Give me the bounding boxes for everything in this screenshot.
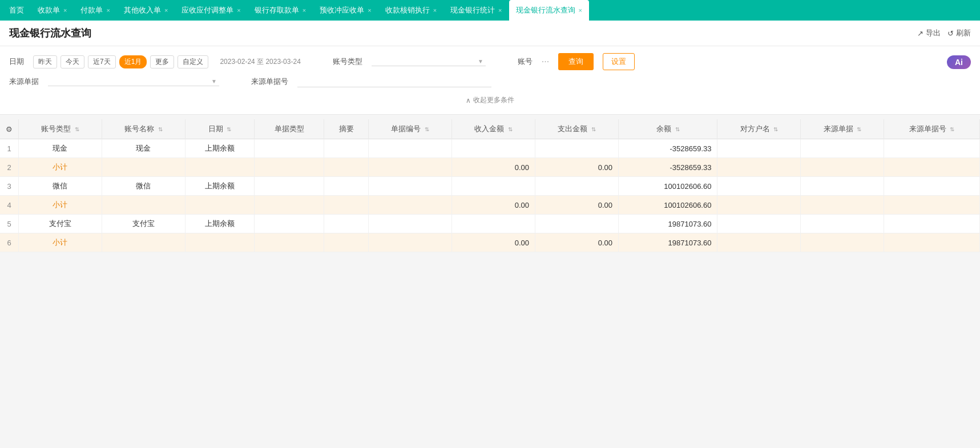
table-gear-col[interactable]: ⚙ [0,119,19,139]
page-title: 现金银行流水查询 [9,26,91,40]
chevron-down-icon: ▼ [211,78,217,84]
chevron-down-icon: ▼ [478,58,483,64]
table-row[interactable]: 2小计0.000.00-3528659.33 [0,158,980,177]
filter-area: 日期 昨天 今天 近7天 近1月 更多 自定义 2023-02-24 至 202… [0,46,980,115]
source-doc-num-input[interactable] [297,76,491,87]
col-account-name[interactable]: 账号名称 ⇅ [102,119,185,139]
nav-receipt[interactable]: 收款单 × [31,0,74,21]
col-source-doc[interactable]: 来源单据 ⇅ [801,119,884,139]
nav-payment[interactable]: 付款单 × [74,0,116,21]
export-icon: ↗ [917,29,923,38]
close-icon[interactable]: × [498,7,502,14]
refresh-icon: ↺ [947,29,954,38]
nav-receipt-execute[interactable]: 收款核销执行 × [378,0,443,21]
col-counterpart[interactable]: 对方户名 ⇅ [717,119,801,139]
page-header: 现金银行流水查询 ↗ 导出 ↺ 刷新 [0,21,980,46]
date-btn-today[interactable]: 今天 [61,55,84,68]
filter-row-date: 日期 昨天 今天 近7天 近1月 更多 自定义 2023-02-24 至 202… [9,53,971,70]
close-icon[interactable]: × [303,7,306,14]
close-icon[interactable]: × [164,7,168,14]
data-table: ⚙ 账号类型 ⇅ 账号名称 ⇅ 日期 ⇅ 单据类型 摘要 单据编号 ⇅ 收入金额… [0,119,980,252]
source-doc-select[interactable]: ▼ [48,77,219,86]
col-account-type[interactable]: 账号类型 ⇅ [19,119,102,139]
nav-cash-bank-flow[interactable]: 现金银行流水查询 × [509,0,589,21]
col-doc-num[interactable]: 单据编号 ⇅ [369,119,452,139]
ai-badge[interactable]: Ai [947,55,971,69]
account-type-select[interactable]: ▼ [372,57,486,66]
source-doc-label: 来源单据 [9,76,39,87]
header-actions: ↗ 导出 ↺ 刷新 [917,28,971,38]
nav-home[interactable]: 首页 [2,0,31,21]
col-source-doc-num[interactable]: 来源单据号 ⇅ [884,119,980,139]
account-type-label: 账号类型 [333,56,362,67]
nav-other-income[interactable]: 其他收入单 × [117,0,175,21]
date-btn-7days[interactable]: 近7天 [88,55,116,68]
table-row[interactable]: 4小计0.000.00100102606.60 [0,196,980,215]
query-button[interactable]: 查询 [558,53,594,70]
col-doc-type[interactable]: 单据类型 [255,119,324,139]
close-icon[interactable]: × [237,7,240,14]
nav-ar-ap-adjust[interactable]: 应收应付调整单 × [175,0,247,21]
nav-advance-offset[interactable]: 预收冲应收单 × [313,0,378,21]
table-row[interactable]: 3微信微信上期余额100102606.60 [0,177,980,196]
table-row[interactable]: 5支付宝支付宝上期余额19871073.60 [0,215,980,233]
date-btn-1month[interactable]: 近1月 [119,55,147,68]
collapse-bar[interactable]: ∧ 收起更多条件 [9,93,971,107]
refresh-button[interactable]: ↺ 刷新 [947,28,971,38]
date-btn-yesterday[interactable]: 昨天 [33,55,57,68]
nav-cash-bank-stats[interactable]: 现金银行统计 × [443,0,509,21]
nav-bank-deposit[interactable]: 银行存取款单 × [248,0,313,21]
table-area: ⚙ 账号类型 ⇅ 账号名称 ⇅ 日期 ⇅ 单据类型 摘要 单据编号 ⇅ 收入金额… [0,119,980,252]
filter-row-source: 来源单据 ▼ 来源单据号 [9,76,971,87]
settings-button[interactable]: 设置 [603,53,635,70]
account-label: 账号 [518,56,533,67]
close-icon[interactable]: × [368,7,371,14]
date-btn-custom[interactable]: 自定义 [178,55,208,68]
col-income[interactable]: 收入金额 ⇅ [452,119,535,139]
date-buttons: 昨天 今天 近7天 近1月 更多 自定义 [33,55,208,68]
close-icon[interactable]: × [63,7,67,14]
close-icon[interactable]: × [106,7,110,14]
date-btn-more[interactable]: 更多 [150,55,174,68]
col-date[interactable]: 日期 ⇅ [185,119,255,139]
chevron-up-icon: ∧ [466,96,471,104]
table-row[interactable]: 1现金现金上期余额-3528659.33 [0,139,980,158]
col-summary[interactable]: 摘要 [324,119,368,139]
col-expense[interactable]: 支出金额 ⇅ [535,119,619,139]
close-icon[interactable]: × [579,7,582,14]
table-row[interactable]: 6小计0.000.0019871073.60 [0,233,980,252]
close-icon[interactable]: × [433,7,437,14]
date-range: 2023-02-24 至 2023-03-24 [220,57,300,67]
source-doc-num-label: 来源单据号 [251,76,288,87]
date-label: 日期 [9,56,24,67]
top-nav: 首页 收款单 × 付款单 × 其他收入单 × 应收应付调整单 × 银行存取款单 … [0,0,980,21]
account-ellipsis-button[interactable]: ··· [542,56,549,67]
col-balance[interactable]: 余额 ⇅ [619,119,717,139]
export-button[interactable]: ↗ 导出 [917,28,941,38]
